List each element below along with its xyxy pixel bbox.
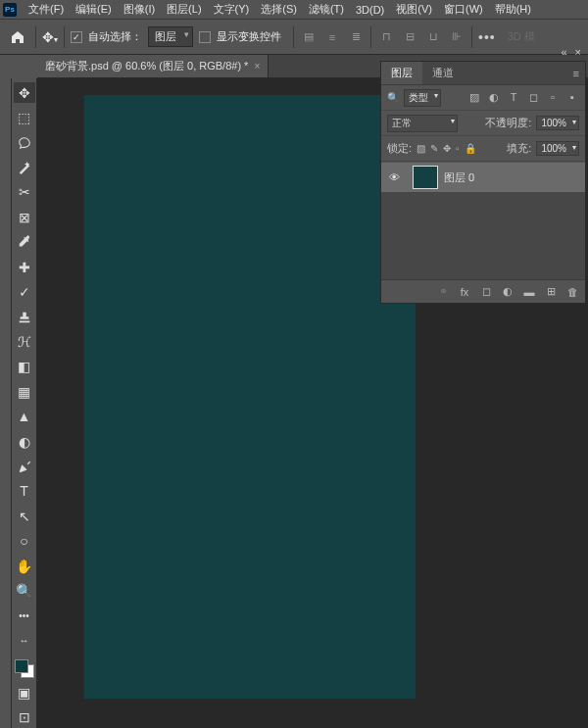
layer-list: 👁 图层 0 — [381, 162, 585, 279]
adjustment-layer-icon[interactable]: ◐ — [501, 285, 514, 298]
lasso-tool[interactable] — [14, 132, 35, 153]
dodge-tool[interactable]: ◐ — [14, 431, 35, 452]
toolbar: ✥ ⬚ ✂ ⊠ ✚ ✓ ℋ ◧ ▦ ▲ ◐ T ↖ ○ ✋ 🔍 ••• ↔ ▣ … — [12, 78, 37, 728]
menu-bar: Ps 文件(F) 编辑(E) 图像(I) 图层(L) 文字(Y) 选择(S) 滤… — [0, 0, 588, 20]
eraser-tool[interactable]: ◧ — [14, 357, 35, 377]
opacity-label: 不透明度: — [485, 116, 531, 130]
menu-edit[interactable]: 编辑(E) — [70, 0, 118, 19]
edit-toolbar[interactable]: ↔ — [14, 630, 35, 651]
hand-tool[interactable]: ✋ — [14, 556, 35, 576]
group-icon[interactable]: ▬ — [522, 286, 536, 298]
healing-tool[interactable]: ✚ — [14, 257, 35, 277]
search-icon[interactable]: 🔍 — [387, 92, 399, 103]
move-tool[interactable]: ✥ — [14, 82, 35, 103]
filter-pixel-icon[interactable]: ▨ — [467, 91, 481, 104]
showtransform-label: 显示变换控件 — [217, 29, 281, 44]
options-bar: ✥▾ 自动选择： 图层 显示变换控件 ▤ ≡ ≣ ⊓ ⊟ ⊔ ⊪ ••• 3D … — [0, 20, 588, 55]
filter-toggle-icon[interactable]: ▪ — [565, 91, 579, 104]
filter-shape-icon[interactable]: ◻ — [526, 91, 540, 104]
shape-tool[interactable]: ○ — [14, 531, 35, 552]
close-tab-icon[interactable]: × — [254, 61, 260, 72]
tab-channels[interactable]: 通道 — [422, 62, 464, 84]
panel-menu-icon[interactable]: ≡ — [573, 68, 579, 79]
quickmask-tool[interactable]: ▣ — [14, 682, 35, 703]
align-bottom-icon[interactable]: ⊔ — [424, 28, 442, 46]
lock-transparent-icon[interactable]: ▨ — [416, 143, 425, 154]
panel-collapse-icon[interactable]: « — [561, 46, 566, 58]
menu-select[interactable]: 选择(S) — [255, 0, 303, 19]
home-button[interactable] — [6, 25, 29, 49]
filter-type-icon[interactable]: T — [507, 91, 520, 104]
layers-panel: « × 图层 通道 ≡ 🔍 类型 ▨ ◐ T ◻ ▫ ▪ 正常 不透明度: 10… — [380, 61, 586, 304]
filter-type-dropdown[interactable]: 类型 — [404, 89, 441, 107]
lock-all-icon[interactable]: 🔒 — [465, 143, 476, 154]
panel-footer: ⚭ fx ◻ ◐ ▬ ⊞ 🗑 — [381, 279, 585, 303]
filter-smart-icon[interactable]: ▫ — [546, 91, 560, 104]
layer-mask-icon[interactable]: ◻ — [479, 285, 493, 298]
menu-image[interactable]: 图像(I) — [118, 0, 161, 19]
path-tool[interactable]: ↖ — [14, 506, 35, 526]
crop-tool[interactable]: ✂ — [14, 182, 35, 203]
menu-filter[interactable]: 滤镜(T) — [303, 0, 350, 19]
align-middle-icon[interactable]: ⊟ — [401, 28, 418, 46]
showtransform-checkbox[interactable] — [199, 31, 211, 43]
menu-window[interactable]: 窗口(W) — [438, 0, 489, 19]
screenmode-tool[interactable]: ⊡ — [14, 707, 35, 728]
frame-tool[interactable]: ⊠ — [14, 207, 35, 227]
new-layer-icon[interactable]: ⊞ — [544, 285, 558, 298]
zoom-tool[interactable]: 🔍 — [14, 580, 35, 601]
pen-tool[interactable] — [14, 456, 35, 476]
document-tab[interactable]: 磨砂背景.psd @ 60.6% (图层 0, RGB/8#) * × — [37, 55, 269, 77]
lock-position-icon[interactable]: ✥ — [443, 143, 451, 154]
tab-layers[interactable]: 图层 — [381, 62, 422, 84]
align-left-icon[interactable]: ▤ — [300, 28, 318, 46]
wand-tool[interactable] — [14, 157, 35, 177]
panel-close-icon[interactable]: × — [575, 46, 581, 58]
lock-artboard-icon[interactable]: ▫ — [456, 143, 460, 154]
app-logo: Ps — [3, 3, 17, 17]
3d-mode-label: 3D 模 — [508, 29, 535, 44]
distribute-icon[interactable]: ⊪ — [448, 28, 466, 46]
opacity-dropdown[interactable]: 100% — [536, 116, 579, 130]
layer-fx-icon[interactable]: fx — [458, 286, 471, 298]
filter-adjust-icon[interactable]: ◐ — [487, 91, 501, 104]
marquee-tool[interactable]: ⬚ — [14, 107, 35, 127]
color-swatch[interactable] — [15, 659, 34, 678]
overflow-icon[interactable]: ••• — [478, 29, 496, 45]
link-layers-icon[interactable]: ⚭ — [436, 285, 450, 298]
menu-help[interactable]: 帮助(H) — [489, 0, 537, 19]
menu-file[interactable]: 文件(F) — [23, 0, 70, 19]
canvas[interactable] — [84, 95, 416, 699]
blur-tool[interactable]: ▲ — [14, 406, 35, 426]
lock-paint-icon[interactable]: ✎ — [430, 143, 438, 154]
autoselect-checkbox[interactable] — [71, 31, 82, 43]
menu-view[interactable]: 视图(V) — [390, 0, 438, 19]
document-tab-label: 磨砂背景.psd @ 60.6% (图层 0, RGB/8#) * — [45, 59, 248, 73]
tool-column-spacer — [0, 78, 12, 728]
blendmode-dropdown[interactable]: 正常 — [387, 115, 458, 132]
layer-name[interactable]: 图层 0 — [444, 170, 474, 185]
autoselect-label: 自动选择： — [88, 29, 142, 44]
brush-tool[interactable]: ✓ — [14, 281, 35, 302]
gradient-tool[interactable]: ▦ — [14, 381, 35, 402]
delete-layer-icon[interactable]: 🗑 — [565, 286, 579, 298]
layer-row[interactable]: 👁 图层 0 — [381, 162, 585, 193]
type-tool[interactable]: T — [14, 481, 35, 502]
eyedropper-tool[interactable] — [14, 232, 35, 253]
align-right-icon[interactable]: ≣ — [347, 28, 365, 46]
lock-label: 锁定: — [387, 141, 412, 156]
history-brush-tool[interactable]: ℋ — [14, 331, 35, 352]
menu-3d[interactable]: 3D(D) — [350, 2, 390, 18]
align-top-icon[interactable]: ⊓ — [377, 28, 395, 46]
align-center-h-icon[interactable]: ≡ — [323, 28, 341, 46]
move-tool-icon[interactable]: ✥▾ — [42, 29, 58, 45]
fill-label: 填充: — [507, 141, 531, 156]
visibility-icon[interactable]: 👁 — [381, 171, 407, 183]
menu-layer[interactable]: 图层(L) — [161, 0, 207, 19]
fill-dropdown[interactable]: 100% — [536, 141, 579, 156]
menu-text[interactable]: 文字(Y) — [208, 0, 256, 19]
autoselect-dropdown[interactable]: 图层 — [148, 26, 193, 47]
stamp-tool[interactable] — [14, 307, 35, 327]
toolbar-more[interactable]: ••• — [14, 606, 35, 626]
layer-thumbnail[interactable] — [413, 166, 438, 189]
